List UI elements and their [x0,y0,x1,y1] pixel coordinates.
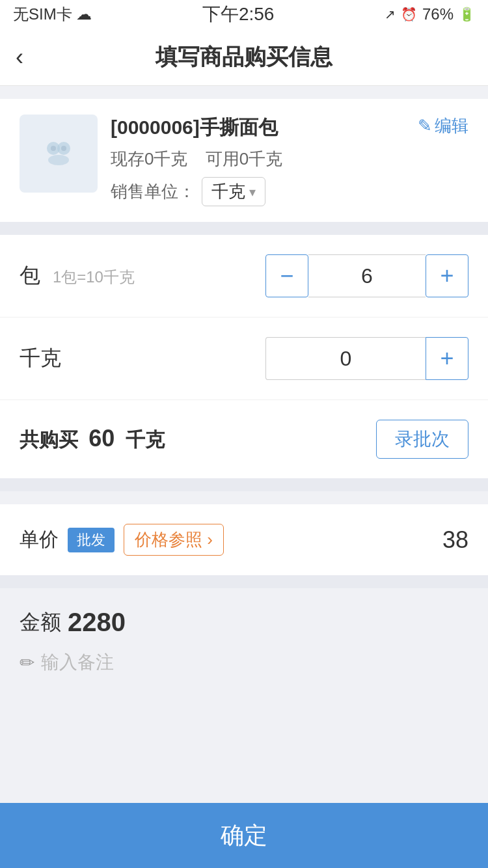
confirm-button[interactable]: 确定 [0,803,488,868]
unit-select[interactable]: 千克 ▾ [202,177,265,206]
price-section: 单价 批发 价格参照 › 38 [0,504,488,575]
stock-available: 可用0千克 [206,149,282,169]
dropdown-icon: ▾ [249,184,256,200]
total-row: 共购买 60 千克 录批次 [0,400,488,478]
status-right: ↗ ⏰ 76% 🔋 [385,5,475,23]
kg-input[interactable] [265,337,426,380]
kg-label: 千克 [20,344,265,373]
product-card: [0000006]手撕面包 ✎ 编辑 现存0千克 可用0千克 销售单位： 千克 … [0,99,488,222]
product-info: [0000006]手撕面包 ✎ 编辑 现存0千克 可用0千克 销售单位： 千克 … [111,115,468,206]
edit-label: 编辑 [435,115,468,137]
note-row[interactable]: ✏ 输入备注 [20,650,468,681]
edit-button[interactable]: ✎ 编辑 [418,115,468,137]
kg-plus-button[interactable]: + [426,337,468,380]
quantity-section: 包 1包=10千克 − + 千克 + [0,235,488,400]
sim-label: 无SIM卡 ☁ [13,4,92,25]
note-placeholder: 输入备注 [41,650,114,675]
bao-controls: − + [265,254,468,297]
amount-value: 2280 [68,608,126,637]
nav-bar: ‹ 填写商品购买信息 [0,29,488,86]
bao-plus-button[interactable]: + [426,254,468,297]
section-divider-1 [0,222,488,235]
total-amount: 60 [88,425,115,452]
section-divider-2 [0,478,488,491]
product-image [20,115,98,193]
svg-point-3 [51,146,56,151]
price-tag: 批发 [68,528,115,552]
price-ref-button[interactable]: 价格参照 › [124,524,224,556]
bao-input[interactable] [308,254,426,297]
quantity-row-bao: 包 1包=10千克 − + [0,235,488,318]
product-header-row: [0000006]手撕面包 ✎ 编辑 [111,115,468,148]
price-value: 38 [442,526,468,554]
product-name: [0000006]手撕面包 [111,115,278,141]
total-label: 共购买 60 千克 [20,425,165,454]
unit-value: 千克 [211,180,245,203]
battery-level: 76% [422,5,454,23]
status-left: 无SIM卡 ☁ [13,4,92,25]
amount-row: 金额 2280 [20,608,468,637]
unit-label: 销售单位： [111,180,195,203]
alarm-icon: ⏰ [401,7,417,22]
amount-label: 金额 [20,608,61,637]
bao-label: 包 1包=10千克 [20,262,265,290]
status-bar: 无SIM卡 ☁ 下午2:56 ↗ ⏰ 76% 🔋 [0,0,488,29]
status-time: 下午2:56 [202,2,275,27]
batch-button[interactable]: 录批次 [376,420,468,459]
price-label: 单价 [20,526,59,553]
quantity-row-kg: 千克 + [0,318,488,400]
amount-section: 金额 2280 ✏ 输入备注 [0,588,488,688]
svg-point-4 [61,146,66,151]
stock-current: 现存0千克 [111,149,187,169]
bao-minus-button[interactable]: − [265,254,308,297]
product-stock: 现存0千克 可用0千克 [111,148,468,170]
page-title: 填写商品购买信息 [156,42,332,72]
kg-controls: + [265,337,468,380]
back-button[interactable]: ‹ [16,44,23,71]
svg-point-2 [48,155,69,165]
section-divider-3 [0,575,488,588]
pencil-icon: ✏ [20,652,34,673]
location-icon: ↗ [385,7,396,22]
edit-icon: ✎ [418,116,432,136]
product-unit-row: 销售单位： 千克 ▾ [111,177,468,206]
battery-icon: 🔋 [459,7,475,22]
bao-sublabel: 1包=10千克 [53,268,135,286]
